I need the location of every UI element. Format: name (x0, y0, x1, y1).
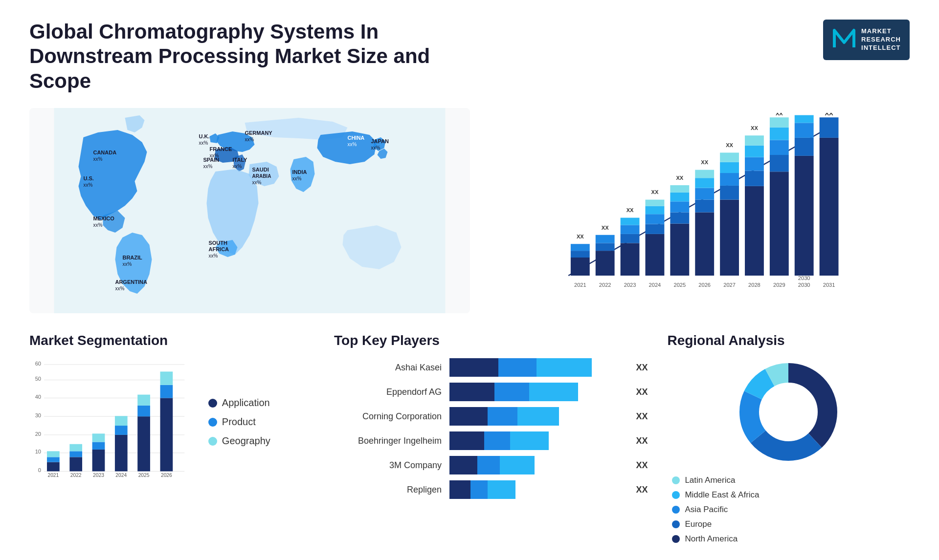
svg-text:40: 40 (35, 394, 41, 400)
svg-rect-118 (47, 457, 60, 462)
svg-text:xx%: xx% (93, 156, 102, 162)
dot-middle-east (672, 491, 680, 499)
svg-point-146 (760, 384, 817, 440)
segmentation-title: Market Segmentation (29, 333, 314, 348)
legend-item-geography: Geography (208, 435, 314, 447)
player-row: Eppendorf AG XX (334, 383, 648, 401)
svg-rect-96 (795, 115, 814, 123)
svg-text:2031: 2031 (823, 282, 835, 288)
svg-text:xx%: xx% (252, 180, 261, 185)
svg-text:SPAIN: SPAIN (203, 157, 219, 163)
label-latin-america: Latin America (685, 475, 735, 485)
svg-text:BRAZIL: BRAZIL (122, 255, 142, 260)
svg-text:2030: 2030 (798, 282, 810, 288)
svg-rect-137 (160, 398, 173, 472)
regional-legend: Latin America Middle East & Africa Asia … (667, 475, 910, 544)
svg-rect-119 (47, 452, 60, 457)
svg-text:xx%: xx% (347, 142, 357, 147)
svg-rect-59 (670, 213, 689, 224)
svg-rect-133 (137, 416, 150, 471)
bar-seg-dark (449, 407, 488, 426)
svg-text:SAUDI: SAUDI (252, 167, 268, 172)
player-row: Ashai Kasei XX (334, 358, 648, 377)
svg-rect-53 (645, 214, 664, 224)
svg-rect-87 (770, 155, 789, 172)
svg-text:XX: XX (701, 160, 708, 166)
svg-text:xx%: xx% (199, 140, 208, 146)
svg-rect-90 (770, 117, 789, 127)
svg-text:ITALY: ITALY (232, 157, 247, 163)
svg-rect-139 (160, 372, 173, 385)
svg-text:U.S.: U.S. (83, 175, 93, 181)
player-name: Boehringer Ingelheim (334, 436, 442, 446)
svg-rect-88 (770, 140, 789, 155)
svg-rect-129 (115, 435, 128, 472)
svg-text:xx%: xx% (83, 182, 92, 188)
svg-text:2023: 2023 (93, 473, 104, 478)
svg-rect-74 (720, 173, 739, 186)
player-value: XX (636, 460, 648, 471)
svg-text:xx%: xx% (203, 164, 212, 169)
bar-seg-mid (498, 358, 537, 377)
players-title: Top Key Players (334, 333, 648, 348)
legend-item-latin-america: Latin America (672, 475, 910, 485)
svg-rect-130 (115, 426, 128, 435)
svg-rect-35 (571, 258, 590, 276)
player-bar-container (449, 456, 623, 474)
player-name: 3M Company (334, 460, 442, 471)
svg-text:MEXICO: MEXICO (93, 215, 114, 221)
svg-rect-60 (670, 201, 689, 212)
player-row: Boehringer Ingelheim XX (334, 431, 648, 450)
svg-text:2028: 2028 (748, 282, 760, 288)
svg-rect-125 (92, 450, 105, 472)
player-value: XX (636, 363, 648, 373)
svg-text:2026: 2026 (698, 282, 711, 288)
donut-chart (735, 358, 842, 466)
header: Global Chromatography Systems In Downstr… (29, 20, 910, 93)
svg-rect-123 (69, 444, 82, 452)
svg-text:xx%: xx% (115, 286, 124, 291)
player-bar-container (449, 431, 623, 450)
label-asia-pacific: Asia Pacific (685, 505, 728, 515)
svg-text:INDIA: INDIA (292, 169, 307, 175)
legend-label-product: Product (222, 416, 256, 428)
svg-rect-62 (670, 185, 689, 193)
svg-rect-75 (720, 162, 739, 173)
svg-rect-52 (645, 224, 664, 234)
svg-text:2024: 2024 (649, 282, 661, 288)
player-row: Repligen XX (334, 480, 648, 499)
regional-title: Regional Analysis (667, 333, 910, 348)
svg-rect-82 (745, 146, 764, 157)
svg-rect-67 (695, 188, 714, 200)
player-name: Repligen (334, 485, 442, 495)
bar-seg-mid (484, 431, 510, 450)
bar-seg-mid (488, 407, 517, 426)
label-middle-east: Middle East & Africa (685, 490, 759, 500)
svg-text:CHINA: CHINA (347, 135, 364, 141)
svg-rect-68 (695, 178, 714, 188)
svg-rect-79 (745, 186, 764, 276)
svg-text:2025: 2025 (673, 282, 686, 288)
svg-text:XX: XX (602, 225, 609, 231)
player-value: XX (636, 387, 648, 397)
svg-text:GERMANY: GERMANY (245, 130, 272, 136)
svg-text:XX: XX (626, 208, 634, 214)
svg-rect-61 (670, 193, 689, 202)
legend-item-application: Application (208, 397, 314, 409)
svg-text:60: 60 (35, 361, 41, 367)
bar-seg-light (510, 431, 548, 450)
svg-rect-73 (720, 186, 739, 200)
players-section: Top Key Players Ashai Kasei XX Eppendorf… (334, 333, 648, 560)
seg-chart: 0 10 20 30 40 50 60 (29, 358, 189, 486)
svg-rect-58 (670, 224, 689, 276)
svg-text:XX: XX (651, 190, 658, 195)
svg-text:xx%: xx% (122, 261, 132, 267)
dot-europe (672, 520, 680, 528)
legend-item-europe: Europe (672, 519, 910, 529)
svg-text:ARGENTINA: ARGENTINA (115, 279, 147, 285)
seg-legend: Application Product Geography (199, 397, 314, 447)
dot-north-america (672, 535, 680, 543)
page-container: Global Chromatography Systems In Downstr… (0, 0, 939, 560)
svg-text:2021: 2021 (574, 282, 586, 288)
player-value: XX (636, 411, 648, 422)
